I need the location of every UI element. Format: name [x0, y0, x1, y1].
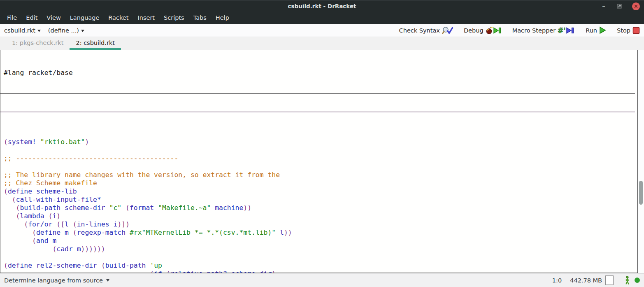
- menu-view[interactable]: View: [42, 12, 65, 23]
- toolbar: csbuild.rkt (define ...) Check Syntax De…: [0, 24, 644, 37]
- window-controls: – ✕: [601, 0, 640, 12]
- filename-dropdown-label: csbuild.rkt: [4, 27, 35, 34]
- code-line: (build-path scheme-dir "c" (format "Make…: [4, 204, 637, 212]
- chevron-down-icon: [81, 30, 84, 32]
- code-line: [4, 146, 637, 154]
- menu-scripts[interactable]: Scripts: [159, 12, 189, 23]
- code-line: (lambda (i): [4, 212, 637, 220]
- code-line: [4, 130, 637, 138]
- toolbar-left: csbuild.rkt (define ...): [4, 27, 84, 34]
- code-line: [4, 253, 637, 261]
- code-line: ;; -------------------------------------…: [4, 154, 637, 163]
- code-line: (for/or ([l (in-lines i)]): [4, 220, 637, 229]
- check-syntax-button[interactable]: Check Syntax: [399, 26, 453, 35]
- menu-file[interactable]: File: [2, 12, 21, 23]
- definitions-editor[interactable]: #lang racket/base (system! "rktio.bat") …: [0, 50, 638, 273]
- filename-dropdown[interactable]: csbuild.rkt: [4, 27, 41, 34]
- stop-button[interactable]: Stop: [617, 27, 640, 34]
- debug-label: Debug: [464, 27, 484, 34]
- code-line: ;; Chez Scheme makefile: [4, 179, 637, 187]
- code-line: (define scheme-lib: [4, 187, 637, 196]
- define-nav-dropdown[interactable]: (define ...): [48, 27, 84, 34]
- lang-line-separator: [0, 93, 635, 94]
- minimize-button[interactable]: –: [601, 4, 607, 8]
- code-line: (system! "rktio.bat"): [4, 138, 637, 146]
- debug-button[interactable]: Debug: [464, 26, 502, 35]
- code-line: [4, 163, 637, 171]
- menu-bar: FileEditViewLanguageRacketInsertScriptsT…: [0, 12, 644, 24]
- code-line: ;; The library name changes with the ver…: [4, 171, 637, 179]
- code-line: (if (relative-path? scheme-dir): [4, 270, 637, 273]
- code-line: (define rel2-scheme-dir (build-path 'up: [4, 261, 637, 270]
- macro-stepper-glyph: #': [558, 26, 565, 35]
- memory-usage: 442.78 MB: [570, 277, 602, 284]
- stop-label: Stop: [617, 27, 630, 34]
- stop-icon: [632, 27, 640, 34]
- code-line: (define m (regexp-match #rx"MTKernelLib …: [4, 229, 637, 237]
- debug-bomb-step-icon: [486, 26, 502, 35]
- code-body: (system! "rktio.bat") ;; ---------------…: [4, 130, 637, 273]
- scrollbar-thumb[interactable]: [639, 181, 643, 205]
- language-selector-label: Determine language from source: [4, 277, 103, 284]
- check-syntax-label: Check Syntax: [399, 27, 440, 34]
- tab-bar: 1: pkgs-check.rkt2: csbuild.rkt: [0, 37, 644, 50]
- define-nav-label: (define ...): [48, 27, 79, 34]
- macro-stepper-button[interactable]: Macro Stepper #': [512, 26, 575, 35]
- tab-2-csbuild.rkt[interactable]: 2: csbuild.rkt: [70, 37, 121, 50]
- status-right: 1:0 442.78 MB: [552, 275, 640, 285]
- menu-edit[interactable]: Edit: [21, 12, 42, 23]
- run-label: Run: [586, 27, 597, 34]
- maximize-icon[interactable]: [616, 3, 622, 9]
- close-icon: ✕: [634, 3, 638, 9]
- tab-1-pkgs-check.rkt[interactable]: 1: pkgs-check.rkt: [6, 37, 70, 50]
- code-line: (and m: [4, 237, 637, 245]
- pinned-lang-line: #lang racket/base: [4, 69, 637, 77]
- editor-row: #lang racket/base (system! "rktio.bat") …: [0, 50, 644, 273]
- title-bar: csbuild.rkt - DrRacket – ✕: [0, 0, 644, 12]
- gc-indicator[interactable]: [605, 275, 614, 285]
- menu-insert[interactable]: Insert: [133, 12, 159, 23]
- code-line: #lang racket/base: [4, 69, 637, 77]
- chevron-down-icon: [106, 279, 109, 282]
- language-selector[interactable]: Determine language from source: [4, 277, 109, 284]
- status-bar: Determine language from source 1:0 442.7…: [0, 273, 644, 287]
- macro-stepper-icon: #': [558, 26, 575, 35]
- menu-help[interactable]: Help: [211, 12, 234, 23]
- window-title: csbuild.rkt - DrRacket: [0, 3, 644, 9]
- vertical-scrollbar[interactable]: [638, 50, 644, 273]
- chevron-down-icon: [37, 30, 41, 32]
- macro-stepper-label: Macro Stepper: [512, 27, 556, 34]
- run-icon: [599, 26, 606, 34]
- running-man-icon: [624, 276, 630, 285]
- code-line: (cadr m)))))): [4, 245, 637, 253]
- close-button[interactable]: ✕: [632, 2, 640, 10]
- menu-tabs[interactable]: Tabs: [189, 12, 211, 23]
- code-line: (call-with-input-file*: [4, 196, 637, 204]
- menu-language[interactable]: Language: [65, 12, 104, 23]
- evaluation-status-dot: [635, 278, 640, 283]
- toolbar-right: Check Syntax Debug Macro Stepper #': [399, 26, 640, 35]
- check-syntax-icon: [442, 26, 453, 35]
- run-button[interactable]: Run: [586, 26, 606, 34]
- menu-racket[interactable]: Racket: [104, 12, 133, 23]
- lang-line-shadow: [0, 111, 635, 113]
- cursor-position: 1:0: [552, 277, 562, 284]
